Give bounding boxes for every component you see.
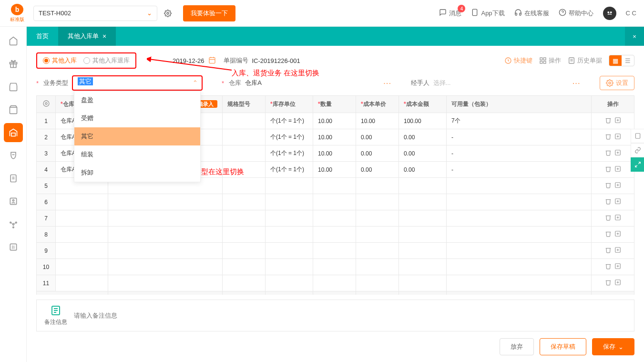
- help-icon: [559, 9, 566, 18]
- try-button[interactable]: 我要体验一下: [183, 5, 235, 21]
- svg-rect-1: [473, 9, 477, 15]
- user-name: C C: [626, 10, 636, 17]
- logo: b 标准版: [8, 4, 27, 23]
- headset-icon: [514, 9, 522, 18]
- company-select[interactable]: TEST-H002 ⌄: [33, 6, 157, 21]
- gear-icon[interactable]: [162, 8, 174, 19]
- app-download-link[interactable]: App下载: [471, 9, 504, 18]
- svg-point-6: [610, 11, 612, 13]
- chevron-down-icon: ⌄: [147, 10, 152, 17]
- svg-point-5: [607, 11, 609, 13]
- logo-label: 标准版: [10, 16, 24, 23]
- top-header: b 标准版 TEST-H002 ⌄ 我要体验一下 消息 4 App下载 在线客服: [0, 0, 644, 27]
- message-icon: [439, 9, 447, 18]
- message-badge: 4: [458, 5, 465, 12]
- help-link[interactable]: 帮助中心: [559, 9, 593, 18]
- avatar[interactable]: [603, 7, 616, 20]
- logo-icon: b: [11, 4, 23, 15]
- company-value: TEST-H002: [39, 10, 71, 17]
- customer-service-link[interactable]: 在线客服: [514, 9, 549, 18]
- svg-point-0: [167, 12, 169, 14]
- messages-link[interactable]: 消息 4: [439, 9, 461, 18]
- phone-icon: [471, 9, 479, 18]
